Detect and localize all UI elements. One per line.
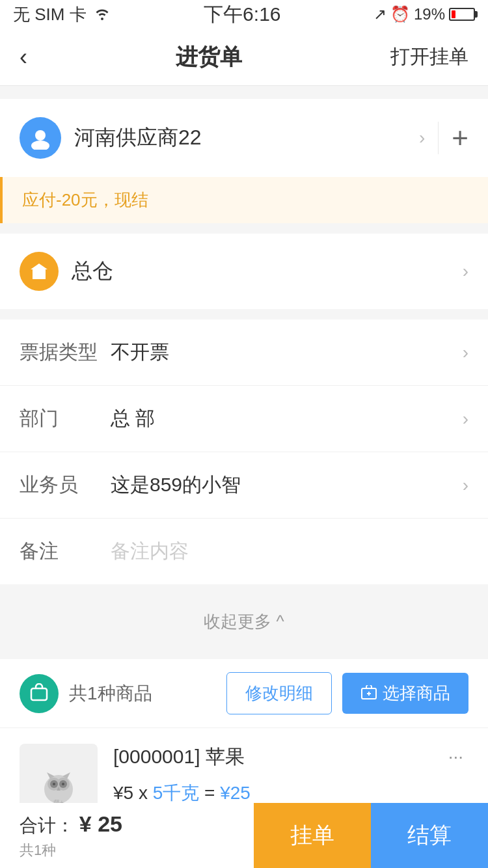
- alarm-icon: ⏰: [390, 5, 410, 23]
- total-section: 合计： ¥ 25 共1种: [0, 803, 254, 868]
- svg-point-12: [62, 783, 64, 785]
- product-count: 共1种商品: [69, 681, 216, 706]
- price-equals: =: [199, 783, 220, 803]
- add-supplier-button[interactable]: +: [452, 122, 468, 154]
- warning-banner: 应付-20元，现结: [0, 177, 488, 223]
- invoice-type-value: 不开票: [111, 339, 456, 366]
- invoice-type-row[interactable]: 票据类型 不开票 ›: [0, 319, 488, 386]
- invoice-type-chevron: ›: [463, 342, 468, 363]
- location-icon: ↗: [373, 5, 386, 23]
- department-chevron: ›: [463, 409, 468, 429]
- select-product-label: 选择商品: [383, 682, 450, 705]
- notes-row[interactable]: 备注 备注内容: [0, 519, 488, 584]
- checkout-button[interactable]: 结算: [371, 803, 488, 868]
- invoice-type-label: 票据类型: [20, 339, 111, 366]
- svg-rect-2: [31, 688, 47, 700]
- status-bar: 无 SIM 卡 下午6:16 ↗ ⏰ 19%: [0, 0, 488, 29]
- total-count: 共1种: [20, 841, 234, 860]
- status-left: 无 SIM 卡: [13, 3, 111, 26]
- total-label-line: 合计： ¥ 25: [20, 811, 234, 838]
- price-formula: ¥5 x: [113, 783, 153, 803]
- hold-button[interactable]: 挂单: [254, 803, 371, 868]
- wifi-icon: [93, 5, 111, 25]
- product-price: ¥5 x 5千克 = ¥25: [113, 781, 427, 806]
- department-value: 总 部: [111, 405, 456, 432]
- supplier-section: 河南供应商22 › + 应付-20元，现结: [0, 99, 488, 223]
- battery-icon: [449, 8, 475, 21]
- warehouse-name: 总仓: [72, 257, 456, 286]
- salesperson-value: 这是859的小智: [111, 472, 456, 498]
- salesperson-row[interactable]: 业务员 这是859的小智 ›: [0, 452, 488, 519]
- form-section: 票据类型 不开票 › 部门 总 部 › 业务员 这是859的小智 › 备注 备注…: [0, 319, 488, 584]
- edit-detail-button[interactable]: 修改明细: [226, 672, 332, 714]
- battery-percent: 19%: [414, 5, 445, 23]
- product-name: [0000001] 苹果: [113, 744, 427, 770]
- product-icon: [20, 674, 59, 713]
- warehouse-row[interactable]: 总仓 ›: [0, 234, 488, 309]
- collapse-label: 收起更多 ^: [204, 610, 284, 633]
- price-total: ¥25: [220, 783, 251, 803]
- notes-label: 备注: [20, 538, 111, 565]
- notes-placeholder: 备注内容: [111, 538, 468, 565]
- salesperson-chevron: ›: [463, 475, 468, 496]
- total-amount: ¥ 25: [79, 811, 122, 836]
- divider: [438, 122, 439, 154]
- open-hold-button[interactable]: 打开挂单: [390, 44, 468, 70]
- product-toolbar: 共1种商品 修改明细 选择商品: [0, 659, 488, 728]
- spacer-top: [0, 86, 488, 99]
- supplier-row[interactable]: 河南供应商22 › +: [0, 99, 488, 177]
- product-more-button[interactable]: ···: [443, 744, 468, 770]
- supplier-name: 河南供应商22: [74, 124, 413, 152]
- bottom-bar: 合计： ¥ 25 共1种 挂单 结算: [0, 803, 488, 868]
- price-quantity: 5千克: [153, 783, 200, 803]
- collapse-button[interactable]: 收起更多 ^: [0, 595, 488, 649]
- supplier-chevron: ›: [419, 128, 425, 148]
- nav-bar: ‹ 进货单 打开挂单: [0, 29, 488, 86]
- status-right: ↗ ⏰ 19%: [373, 5, 475, 23]
- warehouse-section[interactable]: 总仓 ›: [0, 234, 488, 309]
- warehouse-chevron: ›: [463, 261, 468, 282]
- svg-point-1: [31, 141, 49, 150]
- total-label: 合计：: [20, 815, 74, 835]
- carrier-text: 无 SIM 卡: [13, 3, 87, 26]
- salesperson-label: 业务员: [20, 472, 111, 498]
- department-label: 部门: [20, 405, 111, 432]
- svg-point-0: [35, 130, 46, 141]
- product-info: [0000001] 苹果 ¥5 x 5千克 = ¥25: [113, 744, 427, 806]
- select-product-button[interactable]: 选择商品: [342, 673, 468, 714]
- supplier-avatar: [20, 117, 61, 159]
- status-time: 下午6:16: [204, 1, 280, 28]
- back-button[interactable]: ‹: [20, 44, 27, 71]
- svg-point-11: [53, 783, 55, 785]
- spacer-mid: [0, 649, 488, 659]
- warehouse-icon: [20, 252, 59, 291]
- nav-title: 进货单: [176, 42, 242, 72]
- department-row[interactable]: 部门 总 部 ›: [0, 386, 488, 452]
